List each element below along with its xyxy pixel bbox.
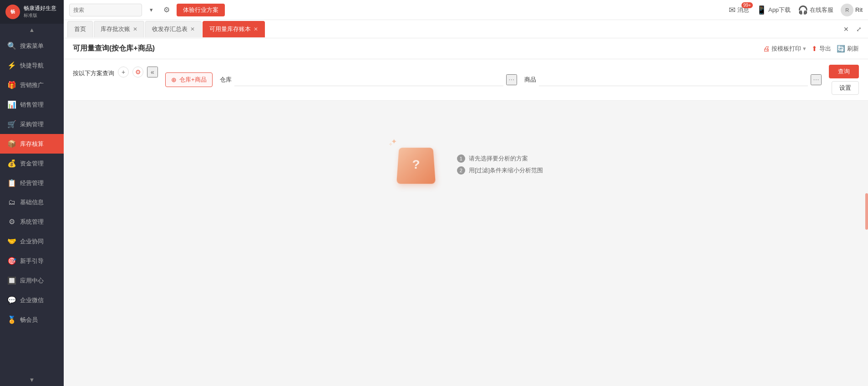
sidebar-item-label: 搜索菜单	[20, 42, 44, 50]
app-download-btn[interactable]: 📱 App下载	[756, 5, 791, 15]
print-template-btn[interactable]: 🖨 按模板打印 ▾	[763, 45, 806, 53]
sidebar-item-system[interactable]: ⚙ 系统管理	[0, 212, 64, 232]
scheme-settings-btn[interactable]: ⚙	[132, 67, 143, 77]
sidebar-scroll-down[interactable]: ▼	[0, 374, 64, 386]
sidebar-item-search[interactable]: 🔍 搜索菜单	[0, 36, 64, 56]
sidebar-item-label: 经营管理	[20, 179, 44, 187]
tab-batch-ledger[interactable]: 库存批次账 ✕	[94, 21, 144, 37]
service-icon: 🎧	[798, 5, 808, 15]
page-content: 可用量查询(按仓库+商品) 🖨 按模板打印 ▾ ⬆ 导出 🔄 刷新	[64, 38, 868, 386]
tab-home-label: 首页	[74, 25, 86, 33]
scheme-collapse-btn[interactable]: «	[147, 67, 158, 77]
user-profile-btn[interactable]: R Rit	[841, 4, 863, 16]
tab-deposit-summary[interactable]: 收发存汇总表 ✕	[145, 21, 202, 37]
window-controls: ✕ ⤢	[841, 24, 868, 35]
print-icon: 🖨	[763, 45, 770, 52]
export-icon: ⬆	[812, 45, 817, 53]
tab-home[interactable]: 首页	[67, 21, 93, 37]
hint-text-1: 请先选择要分析的方案	[469, 154, 528, 163]
warehouse-label: 仓库	[220, 76, 232, 84]
export-btn[interactable]: ⬆ 导出	[812, 45, 831, 53]
sidebar: 畅 畅康通好生意 标准版 ▲ 🔍 搜索菜单 ⚡ 快捷导航 🎁 营销推广 📊 销售…	[0, 0, 64, 386]
sidebar-item-newbie[interactable]: 🎯 新手引导	[0, 251, 64, 271]
wechat-icon: 💬	[7, 296, 16, 304]
capital-icon: 💰	[7, 159, 16, 168]
page-header: 可用量查询(按仓库+商品) 🖨 按模板打印 ▾ ⬆ 导出 🔄 刷新	[64, 38, 868, 59]
tab-available-ledger-label: 可用量库存账本	[209, 25, 251, 33]
sidebar-item-label: 资金管理	[20, 160, 44, 168]
mobile-icon: 📱	[756, 5, 766, 15]
main-content: ▾ ⚙ 体验行业方案 ✉ 消息 99+ 📱 App下载 🎧 在线客服 R Ri	[64, 0, 868, 386]
sidebar-item-wechat[interactable]: 💬 企业微信	[0, 290, 64, 310]
filter-label: 按以下方案查询	[73, 67, 114, 77]
sidebar-item-basic[interactable]: 🗂 基础信息	[0, 193, 64, 212]
system-icon: ⚙	[7, 217, 16, 226]
empty-state: ✦ ✧ 1 请先选择要分析的方案 2 用[过滤]条件来缩小分析范围	[64, 101, 868, 228]
sidebar-item-purchase[interactable]: 🛒 采购管理	[0, 114, 64, 134]
sidebar-item-shortcut[interactable]: ⚡ 快捷导航	[0, 56, 64, 75]
query-btn[interactable]: 查询	[829, 65, 859, 78]
hint-num-2: 2	[457, 166, 465, 175]
sidebar-item-label: 库存核算	[20, 140, 44, 148]
product-more-btn[interactable]: ···	[811, 74, 822, 85]
online-service-label: 在线客服	[810, 6, 833, 14]
sidebar-item-label: 企业微信	[20, 296, 44, 304]
refresh-btn[interactable]: 🔄 刷新	[837, 45, 859, 53]
sidebar-item-enterprise[interactable]: 🤝 企业协同	[0, 232, 64, 251]
product-label: 商品	[524, 76, 536, 84]
tab-batch-ledger-label: 库存批次账	[101, 25, 130, 33]
marketing-icon: 🎁	[7, 81, 16, 89]
sidebar-item-label: 企业协同	[20, 237, 44, 246]
product-input[interactable]	[539, 73, 808, 86]
sidebar-item-label: 系统管理	[20, 218, 44, 226]
app-logo: 畅	[5, 5, 20, 19]
window-maximize-btn[interactable]: ⤢	[853, 24, 864, 35]
settings-btn[interactable]: 设置	[832, 81, 859, 95]
search-icon: 🔍	[7, 41, 16, 50]
sidebar-item-label: 畅会员	[20, 316, 38, 324]
sidebar-item-operation[interactable]: 📋 经营管理	[0, 173, 64, 193]
app-title: 畅康通好生意	[24, 5, 56, 12]
avatar-initials: R	[845, 7, 849, 13]
topbar: ▾ ⚙ 体验行业方案 ✉ 消息 99+ 📱 App下载 🎧 在线客服 R Ri	[64, 0, 868, 20]
warehouse-more-btn[interactable]: ···	[506, 74, 517, 85]
sidebar-menu: 🔍 搜索菜单 ⚡ 快捷导航 🎁 营销推广 📊 销售管理 🛒 采购管理 📦 库存核…	[0, 36, 64, 374]
search-dropdown-btn[interactable]: ▾	[146, 5, 157, 15]
online-service-btn[interactable]: 🎧 在线客服	[798, 5, 833, 15]
topbar-gear-btn[interactable]: ⚙	[160, 4, 173, 16]
apps-icon: 🔲	[7, 276, 16, 285]
filter-area: 按以下方案查询 + ⚙ « ⊕ 仓库+商品 仓库 ···	[64, 59, 868, 101]
app-edition: 标准版	[24, 12, 56, 19]
sidebar-item-marketing[interactable]: 🎁 营销推广	[0, 75, 64, 95]
scheme-item-label: 仓库+商品	[179, 76, 207, 84]
purchase-icon: 🛒	[7, 120, 16, 129]
tab-batch-ledger-close[interactable]: ✕	[133, 26, 137, 32]
tab-deposit-summary-close[interactable]: ✕	[190, 26, 195, 32]
sidebar-item-sales[interactable]: 📊 销售管理	[0, 95, 64, 114]
tab-available-ledger-close[interactable]: ✕	[254, 26, 258, 32]
sidebar-item-label: 销售管理	[20, 101, 44, 109]
sidebar-item-inventory[interactable]: 📦 库存核算	[0, 134, 64, 154]
warehouse-input[interactable]	[234, 73, 503, 86]
tab-deposit-summary-label: 收发存汇总表	[152, 25, 188, 33]
message-btn[interactable]: ✉ 消息 99+	[729, 5, 749, 15]
sidebar-item-member[interactable]: 🏅 畅会员	[0, 310, 64, 329]
member-icon: 🏅	[7, 315, 16, 324]
sidebar-scroll-up[interactable]: ▲	[0, 24, 64, 36]
window-close-btn[interactable]: ✕	[841, 24, 852, 35]
experience-btn[interactable]: 体验行业方案	[177, 4, 225, 16]
enterprise-icon: 🤝	[7, 237, 16, 246]
operation-icon: 📋	[7, 179, 16, 187]
scheme-add-btn[interactable]: +	[118, 67, 129, 77]
sidebar-item-label: 基础信息	[20, 198, 44, 206]
query-settings-group: 查询 设置	[829, 65, 859, 95]
shortcut-icon: ⚡	[7, 61, 16, 70]
empty-hint-2: 2 用[过滤]条件来缩小分析范围	[457, 166, 543, 175]
topbar-search-input[interactable]	[69, 4, 142, 16]
sidebar-item-apps[interactable]: 🔲 应用中心	[0, 271, 64, 290]
scheme-warehouse-product[interactable]: ⊕ 仓库+商品	[165, 72, 213, 87]
refresh-btn-label: 刷新	[847, 45, 859, 53]
sidebar-item-capital[interactable]: 💰 资金管理	[0, 154, 64, 173]
tab-available-ledger[interactable]: 可用量库存账本 ✕	[203, 21, 265, 37]
empty-illustration: ✦ ✧	[389, 137, 443, 183]
